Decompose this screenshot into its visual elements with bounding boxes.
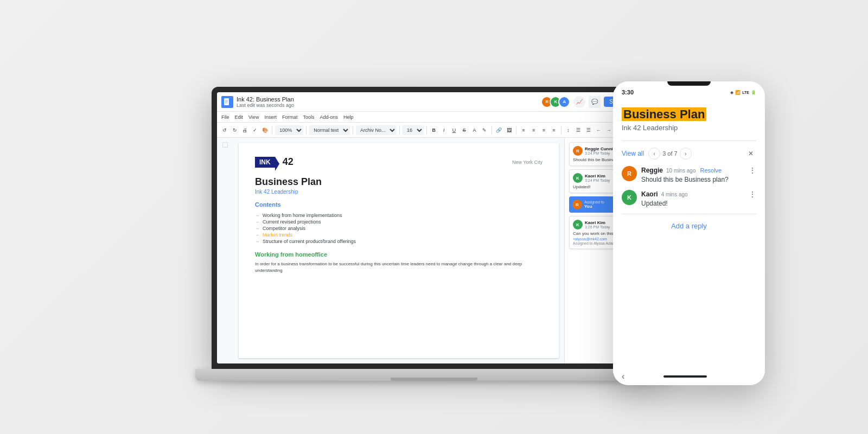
ink-number: 42 xyxy=(283,156,293,168)
font-select[interactable]: Archiv No... xyxy=(356,125,397,135)
justify-button[interactable]: ≡ xyxy=(550,125,558,135)
svg-rect-3 xyxy=(225,100,228,101)
phone-comment-1-body: Reggie 10 mins ago Resolve ⋮ Should this… xyxy=(641,166,756,183)
more-options-button-2[interactable]: ⋮ xyxy=(749,190,756,199)
assign-avatar: R xyxy=(572,200,582,209)
style-select[interactable]: Normal text xyxy=(309,125,350,135)
section2-home: home xyxy=(295,251,311,258)
bullet-list-button[interactable]: ☰ xyxy=(574,125,583,135)
redo-button[interactable]: ↻ xyxy=(231,125,239,135)
doc-main-title: Business Plan xyxy=(255,176,542,188)
signal-icon: 📶 xyxy=(735,90,741,95)
laptop-screen: Ink 42: Business Plan Last edit was seco… xyxy=(217,92,651,363)
menu-view[interactable]: View xyxy=(248,114,259,120)
phone-comment-2-body: Kaori 4 mins ago ⋮ Updated! xyxy=(641,190,756,207)
numbered-list-button[interactable]: ☰ xyxy=(584,125,593,135)
view-all-link[interactable]: View all xyxy=(622,150,644,157)
chart-icon[interactable]: 📈 xyxy=(573,96,585,108)
phone-nav-bottom: ‹ xyxy=(613,372,765,381)
doc-paper: INK 42 New York City Business Plan Ink 4… xyxy=(239,143,559,358)
phone: 3:30 ◈ 📶 LTE 🔋 Business Plan Ink 42 Lead… xyxy=(613,81,765,385)
underline-button[interactable]: U xyxy=(450,125,458,135)
reply-area: Add a reply xyxy=(622,214,756,231)
phone-comment-1: R Reggie 10 mins ago Resolve ⋮ Should th… xyxy=(622,166,756,183)
phone-title-highlighted: Business Plan xyxy=(622,107,706,121)
margin-indicator xyxy=(222,142,228,148)
prev-comment-button[interactable]: ‹ xyxy=(648,148,660,159)
menu-tools[interactable]: Tools xyxy=(303,114,314,120)
comments-icon[interactable]: 💬 xyxy=(589,96,601,108)
menu-edit[interactable]: Edit xyxy=(235,114,244,120)
line-spacing-button[interactable]: ↕ xyxy=(564,125,573,135)
back-button[interactable]: ‹ xyxy=(622,372,624,381)
phone-comment-section: View all ‹ 3 of 7 › ✕ R Reggie 10 mins a… xyxy=(622,141,756,231)
close-comments-button[interactable]: ✕ xyxy=(745,148,756,159)
zoom-select[interactable]: 100% xyxy=(275,125,303,135)
home-bar[interactable] xyxy=(663,375,707,378)
laptop-bezel: Ink 42: Business Plan Last edit was seco… xyxy=(212,87,656,369)
next-comment-button[interactable]: › xyxy=(680,148,692,159)
phone-comment-2-header: Kaori 4 mins ago ⋮ xyxy=(641,190,756,199)
comment-1-avatar: R xyxy=(573,146,583,156)
phone-time: 3:30 xyxy=(622,89,634,95)
doc-title-header: Ink 42: Business Plan xyxy=(237,96,541,103)
list-item-3: Competitor analysis xyxy=(255,225,542,232)
menu-format[interactable]: Format xyxy=(282,114,298,120)
align-right-button[interactable]: ≡ xyxy=(539,125,548,135)
align-left-button[interactable]: ≡ xyxy=(519,125,528,135)
gdocs-logo-icon xyxy=(221,96,233,108)
toolbar-divider-6 xyxy=(492,126,492,135)
indent-more-button[interactable]: → xyxy=(604,125,613,135)
comment-2-meta: Kaori Kim 3:24 PM Today xyxy=(585,174,610,182)
section2-part3: office xyxy=(311,251,327,258)
ink-label: INK xyxy=(259,158,271,166)
align-center-button[interactable]: ≡ xyxy=(529,125,538,135)
ink-logo-row: INK 42 New York City xyxy=(255,156,542,168)
comment-navigation: ‹ 3 of 7 › xyxy=(648,148,692,159)
italic-button[interactable]: I xyxy=(440,125,449,135)
comment-3-meta: Kaori Kim 3:26 PM Today xyxy=(585,220,610,229)
list-item-2: Current revised projections xyxy=(255,219,542,225)
spelling-button[interactable]: ✓ xyxy=(251,125,259,135)
contents-heading: Contents xyxy=(255,201,542,208)
add-reply-button[interactable]: Add a reply xyxy=(671,222,707,230)
strikethrough-button[interactable]: S xyxy=(460,125,469,135)
phone-comment-1-header: Reggie 10 mins ago Resolve ⋮ xyxy=(641,166,756,175)
phone-comment-1-text: Should this be Business plan? xyxy=(641,176,756,183)
menu-help[interactable]: Help xyxy=(343,114,354,120)
menu-addons[interactable]: Add-ons xyxy=(320,114,338,120)
gdocs-menu-bar: File Edit View Insert Format Tools Add-o… xyxy=(217,112,651,123)
link-button[interactable]: 🔗 xyxy=(495,125,503,135)
undo-button[interactable]: ↺ xyxy=(220,125,229,135)
contents-list: Working from home implementations Curren… xyxy=(255,212,542,245)
phone-doc-title: Business Plan xyxy=(622,107,756,122)
textcolor-button[interactable]: A xyxy=(470,125,479,135)
comment-count: 3 of 7 xyxy=(662,150,678,157)
section2-part1: Working from xyxy=(255,251,295,258)
menu-insert[interactable]: Insert xyxy=(264,114,277,120)
size-select[interactable]: 16 xyxy=(403,125,424,135)
phone-comment-2: K Kaori 4 mins ago ⋮ Updated! xyxy=(622,190,756,207)
bold-button[interactable]: B xyxy=(430,125,438,135)
more-options-button-1[interactable]: ⋮ xyxy=(749,166,756,175)
doc-page: INK 42 New York City Business Plan Ink 4… xyxy=(233,138,564,363)
toolbar-divider-1 xyxy=(272,126,272,135)
phone-notch xyxy=(667,81,711,86)
print-button[interactable]: 🖨 xyxy=(240,125,249,135)
phone-comment-2-text: Updated! xyxy=(641,200,756,207)
menu-file[interactable]: File xyxy=(221,114,229,120)
svg-rect-4 xyxy=(225,101,228,102)
gdocs-toolbar: ↺ ↻ 🖨 ✓ 🎨 100% Normal text Archiv xyxy=(217,123,651,138)
comment-3-avatar: K xyxy=(573,220,583,229)
battery-icon: 🔋 xyxy=(751,90,756,95)
resolve-button[interactable]: Resolve xyxy=(700,167,722,174)
paint-button[interactable]: 🎨 xyxy=(261,125,270,135)
indent-less-button[interactable]: ← xyxy=(595,125,603,135)
gdocs-header: Ink 42: Business Plan Last edit was seco… xyxy=(217,92,651,112)
toolbar-divider-5 xyxy=(426,126,427,135)
highlight-button[interactable]: ✎ xyxy=(480,125,489,135)
image-button[interactable]: 🖼 xyxy=(505,125,514,135)
toolbar-divider-8 xyxy=(561,126,561,135)
section2-heading: Working from homeoffice xyxy=(255,251,542,258)
phone-comment-1-time: 10 mins ago xyxy=(666,168,695,174)
